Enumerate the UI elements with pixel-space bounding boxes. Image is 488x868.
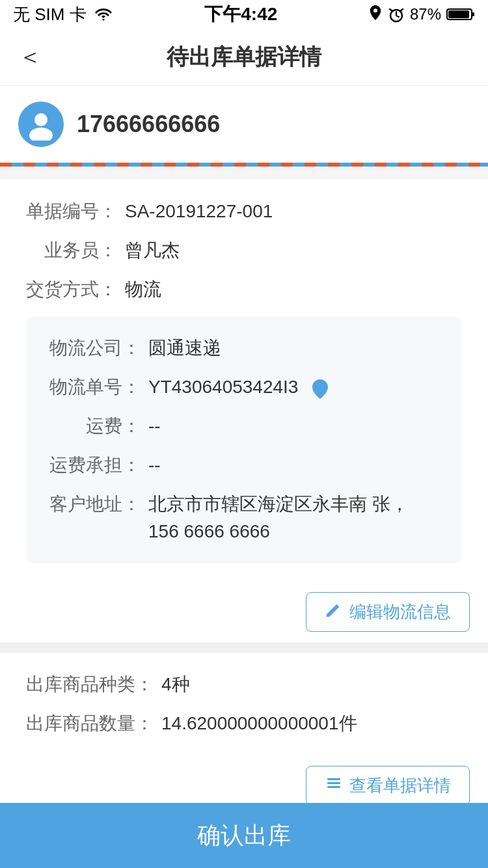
page-title: 待出库单据详情	[167, 42, 321, 72]
confirm-bar[interactable]: 确认出库	[0, 803, 488, 868]
location-status-icon	[368, 5, 383, 23]
status-bar-left: 无 SIM 卡	[13, 3, 114, 26]
tracking-row: 物流单号： YT43064053424I3	[49, 373, 439, 401]
alarm-icon	[388, 5, 405, 23]
svg-rect-8	[327, 782, 340, 784]
freight-bearer-value: --	[148, 452, 439, 479]
user-avatar-icon	[25, 108, 57, 141]
user-header: 17666666666	[0, 86, 488, 163]
freight-row: 运费： --	[49, 413, 439, 440]
svg-point-4	[34, 113, 47, 126]
delivery-label: 交货方式：	[26, 276, 117, 303]
tracking-value: YT43064053424I3	[148, 373, 439, 401]
logistics-company-row: 物流公司： 圆通速递	[49, 334, 439, 362]
salesperson-row: 业务员： 曾凡杰	[26, 237, 462, 264]
logistics-company-label: 物流公司：	[49, 334, 141, 362]
detail-icon	[325, 774, 343, 797]
freight-bearer-label: 运费承担：	[49, 452, 141, 479]
doc-number-value: SA-20191227-001	[125, 198, 462, 225]
nav-bar: ＜ 待出库单据详情	[0, 29, 488, 86]
doc-number-row: 单据编号： SA-20191227-001	[26, 198, 462, 225]
wifi-icon	[93, 7, 114, 22]
edit-logistics-label: 编辑物流信息	[349, 601, 451, 623]
carrier-text: 无 SIM 卡	[13, 3, 87, 26]
svg-rect-7	[327, 778, 340, 780]
logistics-company-value: 圆通速递	[148, 334, 439, 362]
avatar	[18, 102, 64, 147]
product-quantity-label: 出库商品数量：	[26, 710, 154, 737]
doc-number-label: 单据编号：	[26, 198, 117, 225]
view-detail-label: 查看单据详情	[349, 774, 451, 797]
tracking-label: 物流单号：	[49, 373, 141, 401]
delivery-value: 物流	[125, 276, 462, 303]
salesperson-value: 曾凡杰	[125, 237, 462, 264]
delivery-row: 交货方式： 物流	[26, 276, 462, 303]
product-type-value: 4种	[161, 671, 462, 698]
product-quantity-value: 14.620000000000001件	[161, 710, 462, 737]
gray-divider	[0, 642, 488, 653]
edit-icon	[325, 601, 343, 623]
document-info-section: 单据编号： SA-20191227-001 业务员： 曾凡杰 交货方式： 物流 …	[0, 180, 488, 582]
freight-value: --	[148, 413, 439, 440]
battery-icon	[446, 7, 475, 21]
address-value: 北京市市辖区海淀区永丰南 张，156 6666 6666	[148, 491, 439, 545]
freight-bearer-row: 运费承担： --	[49, 452, 439, 479]
status-bar-right: 87%	[368, 5, 475, 23]
svg-rect-3	[448, 10, 469, 18]
freight-label: 运费：	[49, 413, 141, 440]
product-type-label: 出库商品种类：	[26, 671, 154, 698]
back-button[interactable]: ＜	[18, 41, 42, 73]
logistics-card: 物流公司： 圆通速递 物流单号： YT43064053424I3 运费： -- …	[26, 316, 462, 563]
status-bar-time: 下午4:42	[204, 2, 277, 27]
svg-rect-9	[327, 786, 340, 788]
address-label: 客户地址：	[49, 491, 141, 518]
salesperson-label: 业务员：	[26, 237, 117, 264]
summary-section: 出库商品种类： 4种 出库商品数量： 14.620000000000001件	[0, 653, 488, 755]
map-pin-icon[interactable]	[308, 377, 332, 400]
confirm-label: 确认出库	[197, 820, 291, 852]
svg-rect-2	[472, 12, 474, 16]
battery-percent: 87%	[410, 5, 441, 23]
user-phone: 17666666666	[77, 111, 220, 138]
svg-point-5	[29, 128, 53, 141]
product-type-row: 出库商品种类： 4种	[26, 671, 462, 698]
edit-logistics-section: 编辑物流信息	[0, 582, 488, 642]
product-quantity-row: 出库商品数量： 14.620000000000001件	[26, 710, 462, 737]
view-detail-button[interactable]: 查看单据详情	[306, 766, 470, 806]
dashed-divider	[0, 163, 488, 167]
status-bar: 无 SIM 卡 下午4:42 87%	[0, 0, 488, 29]
edit-logistics-button[interactable]: 编辑物流信息	[306, 592, 470, 632]
address-row: 客户地址： 北京市市辖区海淀区永丰南 张，156 6666 6666	[49, 491, 439, 545]
